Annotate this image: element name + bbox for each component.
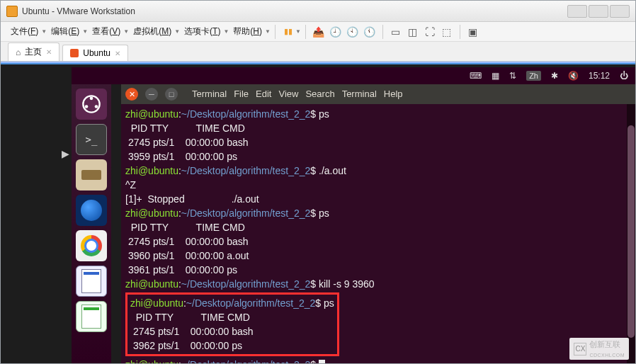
home-icon: ⌂ [16, 47, 21, 57]
launcher-dash[interactable] [76, 89, 107, 120]
launcher-calc[interactable] [76, 301, 107, 332]
launcher-chrome[interactable] [76, 230, 107, 261]
terminal-menu-view[interactable]: View [278, 87, 298, 101]
clock[interactable]: 15:12 [589, 71, 610, 81]
bluetooth-icon[interactable]: ✱ [551, 71, 558, 81]
view-console-icon[interactable]: ▭ [389, 25, 403, 39]
menu-vm[interactable]: 虚拟机(M) [129, 23, 176, 40]
tab-home-label: 主页 [25, 46, 42, 58]
network-icon[interactable]: ⇅ [509, 71, 516, 81]
watermark-sub: CDCXHLCOM [589, 353, 625, 358]
volume-icon[interactable]: 🔇 [568, 71, 579, 81]
window-controls [567, 5, 630, 18]
fullscreen-icon[interactable]: ▣ [466, 25, 480, 39]
menu-help[interactable]: 帮助(H) [229, 23, 266, 40]
terminal-menu-terminal[interactable]: Terminal [192, 87, 227, 101]
terminal-body[interactable]: zhi@ubuntu:~/Desktop/algorithm/test_2_2$… [121, 104, 635, 363]
watermark-brand: 创新互联 [589, 340, 620, 348]
menubar: 文件(F)▼ 编辑(E)▼ 查看(V)▼ 虚拟机(M)▼ 选项卡(T)▼ 帮助(… [1, 22, 635, 42]
close-button[interactable] [610, 5, 630, 18]
ubuntu-icon [70, 49, 79, 57]
keyboard-icon[interactable]: ⌨ [470, 71, 482, 81]
host-titlebar: Ubuntu - VMware Workstation [1, 1, 635, 22]
minimize-button[interactable] [567, 5, 587, 18]
vmware-icon [6, 6, 18, 17]
svg-point-1 [90, 97, 93, 101]
terminal-menu-help[interactable]: Help [384, 87, 403, 101]
menu-view[interactable]: 查看(V) [88, 23, 125, 40]
scrollbar-thumb[interactable] [628, 125, 635, 338]
terminal-menu-file[interactable]: File [234, 87, 249, 101]
view-unity-icon[interactable]: ⬚ [440, 25, 454, 39]
terminal-minimize-button[interactable]: ─ [145, 88, 158, 101]
send-ctrlaltdel-icon[interactable]: 📤 [312, 25, 326, 39]
launcher-files[interactable] [76, 159, 107, 190]
pause-button[interactable]: ▮▮ [281, 25, 295, 39]
unity-launcher: ▶ [72, 84, 111, 363]
snapshot-icon[interactable]: 🕘 [329, 25, 343, 39]
terminal-menu-terminal2[interactable]: Terminal [342, 87, 377, 101]
close-icon[interactable]: ✕ [46, 48, 52, 56]
vm-viewport[interactable]: ⌨ ▦ ⇅ Zh ✱ 🔇 15:12 ⏻ ▶ ✕ ─ □ [1, 62, 635, 363]
tab-home[interactable]: ⌂ 主页 ✕ [8, 42, 59, 61]
launcher-writer[interactable] [76, 266, 107, 297]
launcher-terminal[interactable] [76, 124, 107, 155]
window-title: Ubuntu - VMware Workstation [22, 6, 135, 16]
tab-ubuntu-label: Ubuntu [83, 48, 110, 58]
snapshot-manage-icon[interactable]: 🕙 [346, 25, 360, 39]
menu-file[interactable]: 文件(F) [6, 23, 42, 40]
guest-topbar: ⌨ ▦ ⇅ Zh ✱ 🔇 15:12 ⏻ [72, 67, 635, 84]
terminal-menu-edit[interactable]: Edit [256, 87, 271, 101]
launcher-firefox[interactable] [76, 195, 107, 226]
terminal-window[interactable]: ✕ ─ □ Terminal File Edit View Search Ter… [121, 84, 635, 363]
launcher-arrow-icon: ▶ [62, 148, 69, 159]
snapshot-revert-icon[interactable]: 🕚 [363, 25, 377, 39]
terminal-close-button[interactable]: ✕ [125, 88, 138, 101]
watermark-logo: CX [574, 343, 586, 356]
tabbar: ⌂ 主页 ✕ Ubuntu ✕ [1, 42, 635, 62]
view-split-icon[interactable]: ◫ [406, 25, 420, 39]
terminal-maximize-button[interactable]: □ [165, 88, 178, 101]
calendar-icon[interactable]: ▦ [492, 71, 499, 81]
menu-edit[interactable]: 编辑(E) [47, 23, 84, 40]
terminal-scrollbar[interactable] [627, 104, 635, 363]
terminal-menubar: Terminal File Edit View Search Terminal … [192, 87, 403, 101]
terminal-titlebar: ✕ ─ □ Terminal File Edit View Search Ter… [121, 84, 635, 104]
session-icon[interactable]: ⏻ [620, 71, 628, 81]
menu-tabs[interactable]: 选项卡(T) [180, 23, 225, 40]
close-icon[interactable]: ✕ [115, 50, 120, 57]
tab-ubuntu[interactable]: Ubuntu ✕ [62, 45, 128, 61]
input-method-indicator[interactable]: Zh [526, 71, 541, 81]
svg-point-2 [95, 105, 98, 108]
terminal-menu-search[interactable]: Search [305, 87, 334, 101]
maximize-button[interactable] [589, 5, 608, 18]
view-stretch-icon[interactable]: ⛶ [423, 25, 437, 39]
watermark: CX 创新互联 CDCXHLCOM [569, 338, 629, 360]
svg-point-3 [85, 105, 89, 108]
